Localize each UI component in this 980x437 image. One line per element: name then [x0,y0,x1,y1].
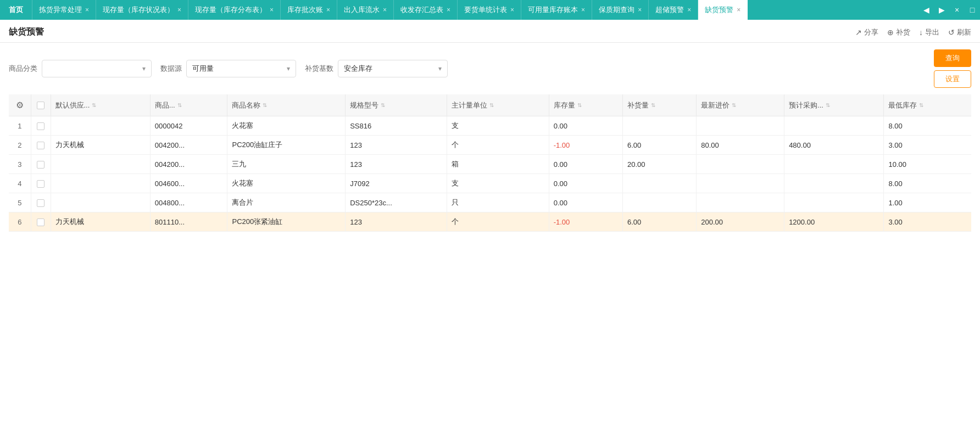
datasource-select-value: 可用量 [192,64,282,74]
tab-overstock-close[interactable]: × [687,6,691,14]
export-label: 导出 [925,27,939,37]
tab-close-all-button[interactable]: × [949,0,965,20]
cell-index-1: 2 [9,136,31,155]
tab-shortage-label: 缺货预警 [705,5,733,15]
sort-spec-icon[interactable]: ⇅ [381,102,385,108]
replenish-basis-select-value: 安全库存 [344,64,434,74]
table-row: 5 004800... 离合片 DS250*23c... 只 0.00 1.00 [9,193,971,212]
th-min-stock: 最低库存 ⇅ [884,94,971,116]
tab-maximize-button[interactable]: □ [965,0,980,20]
tab-available-ledger-close[interactable]: × [581,6,585,14]
tab-bar: 首页 拣货异常处理 × 现存量（库存状况表） × 现存量（库存分布表） × 库存… [0,0,980,20]
table-row: 1 0000042 火花塞 SS816 支 0.00 8.00 [9,116,971,136]
th-default-supplier-label: 默认供应... [55,100,90,110]
tab-collect-summary-close[interactable]: × [447,6,450,14]
refresh-button[interactable]: ↺ 刷新 [948,27,971,37]
sort-supplier-icon[interactable]: ⇅ [92,102,96,108]
close-all-icon: × [955,5,959,14]
category-filter-label: 商品分类 [9,64,37,74]
tab-demand-stats-label: 要货单统计表 [464,5,507,15]
row-checkbox-3[interactable] [37,180,44,188]
cell-min-stock-4: 1.00 [884,193,971,212]
th-spec: 规格型号 ⇅ [346,94,447,116]
cell-est-purchase-2 [784,155,884,174]
sort-min-stock-icon[interactable]: ⇅ [919,102,923,108]
th-est-purchase: 预计采购... ⇅ [784,94,884,116]
datasource-select-arrow: ▾ [287,65,290,72]
cell-name-4: 离合片 [227,193,346,212]
cell-unit-2: 箱 [447,155,549,174]
tab-inventory-dist[interactable]: 现存量（库存分布表） × [188,0,281,20]
datasource-filter-label: 数据源 [160,64,182,74]
row-checkbox-0[interactable] [37,122,44,130]
tab-home[interactable]: 首页 [0,0,32,20]
tab-prev-button[interactable]: ◀ [918,0,934,20]
th-unit-label: 主计量单位 [452,100,487,110]
sort-est-purchase-icon[interactable]: ⇅ [826,102,830,108]
sort-product-name-icon[interactable]: ⇅ [263,102,267,108]
cell-code-4: 004800... [150,193,227,212]
query-button[interactable]: 查询 [934,49,971,67]
settings-gear-icon[interactable]: ⚙ [16,100,24,110]
tab-demand-stats[interactable]: 要货单统计表 × [458,0,521,20]
cell-replenish-2: 20.00 [622,155,696,174]
settings-button[interactable]: 设置 [934,70,971,88]
tab-abnormal-close[interactable]: × [85,6,89,14]
refresh-label: 刷新 [957,27,971,37]
table-container: ⚙ 默认供应... ⇅ 商品... ⇅ [0,94,980,232]
table-head: ⚙ 默认供应... ⇅ 商品... ⇅ [9,94,971,116]
tab-batch-account-close[interactable]: × [326,6,330,14]
cell-spec-1: 123 [346,136,447,155]
row-checkbox-4[interactable] [37,199,44,207]
row-checkbox-2[interactable] [37,161,44,169]
tab-expiry-query-close[interactable]: × [638,6,642,14]
row-checkbox-1[interactable] [37,142,44,149]
table-body: 1 0000042 火花塞 SS816 支 0.00 8.00 2 力天机械 0… [9,116,971,232]
category-select[interactable]: ▾ [42,60,152,77]
export-icon: ↓ [919,28,923,37]
tab-available-ledger[interactable]: 可用量库存账本 × [521,0,592,20]
sort-latest-price-icon[interactable]: ⇅ [732,102,736,108]
replenish-button[interactable]: ⊕ 补货 [887,27,910,37]
tab-nav-buttons: ◀ ▶ × □ [918,0,980,20]
maximize-icon: □ [970,5,975,14]
cell-latest-price-5: 200.00 [697,212,784,232]
sort-replenish-qty-icon[interactable]: ⇅ [651,102,655,108]
tab-inventory-status-close[interactable]: × [177,6,181,14]
tab-inventory-status[interactable]: 现存量（库存状况表） × [96,0,188,20]
cell-code-3: 004600... [150,174,227,193]
cell-min-stock-0: 8.00 [884,116,971,136]
sort-unit-icon[interactable]: ⇅ [489,102,494,108]
cell-index-3: 4 [9,174,31,193]
replenish-basis-select[interactable]: 安全库存 ▾ [338,60,448,77]
cell-checkbox-5 [31,212,51,232]
tab-next-button[interactable]: ▶ [934,0,949,20]
share-icon: ↗ [855,28,862,37]
tab-inout-flow[interactable]: 出入库流水 × [337,0,394,20]
row-checkbox-5[interactable] [37,218,44,226]
sort-product-code-icon[interactable]: ⇅ [177,102,182,108]
tab-inout-flow-close[interactable]: × [383,6,387,14]
cell-name-1: PC200油缸庄子 [227,136,346,155]
tab-shortage[interactable]: 缺货预警 × [698,0,748,20]
tab-expiry-query[interactable]: 保质期查询 × [592,0,649,20]
export-button[interactable]: ↓ 导出 [919,27,939,37]
tab-demand-stats-close[interactable]: × [510,6,514,14]
tab-abnormal[interactable]: 拣货异常处理 × [32,0,96,20]
cell-est-purchase-4 [784,193,884,212]
th-spec-label: 规格型号 [350,100,378,110]
tab-inventory-dist-close[interactable]: × [270,6,274,14]
select-all-checkbox[interactable] [37,102,44,109]
share-button[interactable]: ↗ 分享 [855,27,878,37]
tab-batch-account[interactable]: 库存批次账 × [281,0,337,20]
cell-latest-price-0 [697,116,784,136]
datasource-select[interactable]: 可用量 ▾ [186,60,296,77]
cell-checkbox-1 [31,136,51,155]
th-latest-price: 最新进价 ⇅ [697,94,784,116]
tab-shortage-close[interactable]: × [737,6,740,14]
cell-replenish-1: 6.00 [622,136,696,155]
tab-collect-summary[interactable]: 收发存汇总表 × [394,0,458,20]
cell-name-0: 火花塞 [227,116,346,136]
tab-overstock[interactable]: 超储预警 × [649,0,698,20]
sort-stock-qty-icon[interactable]: ⇅ [577,102,582,108]
